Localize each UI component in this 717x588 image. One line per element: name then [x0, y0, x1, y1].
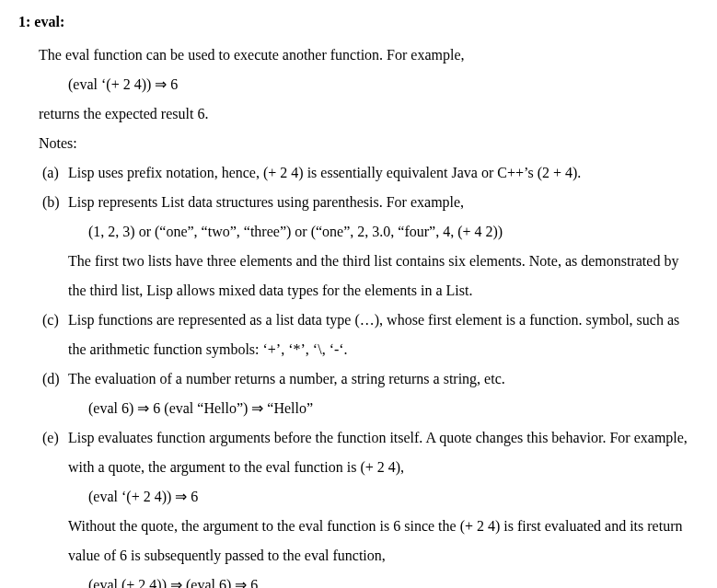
- note-e-expr2: (eval (+ 2 4)) ⇒ (eval 6) ⇒ 6: [88, 571, 699, 588]
- notes-label: Notes:: [39, 129, 699, 158]
- note-b-line1: Lisp represents List data structures usi…: [68, 188, 699, 217]
- note-d-expr: (eval 6) ⇒ 6 (eval “Hello”) ⇒ “Hello”: [88, 394, 699, 423]
- note-body-d: The evaluation of a number returns a num…: [68, 364, 699, 423]
- note-b: (b) Lisp represents List data structures…: [42, 188, 699, 306]
- note-d: (d) The evaluation of a number returns a…: [42, 364, 699, 423]
- intro-text-2: returns the expected result 6.: [39, 99, 699, 129]
- intro-text-1: The eval function can be used to execute…: [39, 40, 699, 70]
- note-e-expr1: (eval ‘(+ 2 4)) ⇒ 6: [88, 482, 699, 512]
- note-c-text: Lisp functions are represented as a list…: [68, 306, 699, 364]
- note-b-line2: The first two lists have three elements …: [68, 247, 699, 306]
- note-a: (a) Lisp uses prefix notation, hence, (+…: [42, 158, 699, 188]
- note-letter-b: (b): [42, 188, 68, 306]
- note-d-line1: The evaluation of a number returns a num…: [68, 364, 699, 394]
- note-letter-c: (c): [42, 306, 68, 364]
- note-e-line1: Lisp evaluates function arguments before…: [68, 423, 699, 482]
- note-a-text: Lisp uses prefix notation, hence, (+ 2 4…: [68, 158, 699, 188]
- section-heading: 1: eval:: [18, 7, 699, 37]
- note-letter-d: (d): [42, 364, 68, 423]
- expression-1: (eval ‘(+ 2 4)) ⇒ 6: [68, 70, 699, 99]
- note-letter-a: (a): [42, 158, 68, 188]
- note-e-line2: Without the quote, the argument to the e…: [68, 512, 699, 571]
- note-letter-e: (e): [42, 423, 68, 588]
- note-c: (c) Lisp functions are represented as a …: [42, 306, 699, 364]
- note-body-e: Lisp evaluates function arguments before…: [68, 423, 699, 588]
- note-e: (e) Lisp evaluates function arguments be…: [42, 423, 699, 588]
- note-body-a: Lisp uses prefix notation, hence, (+ 2 4…: [68, 158, 699, 188]
- note-b-expr: (1, 2, 3) or (“one”, “two”, “three”) or …: [88, 217, 699, 247]
- note-body-c: Lisp functions are represented as a list…: [68, 306, 699, 364]
- note-body-b: Lisp represents List data structures usi…: [68, 188, 699, 306]
